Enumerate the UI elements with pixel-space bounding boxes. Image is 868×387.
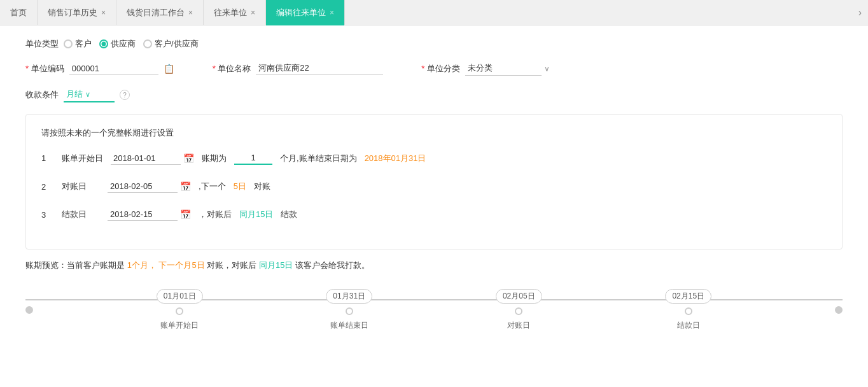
- unit-name-field: 单位名称: [213, 62, 384, 75]
- timeline: 01月01日 账单开始日 01月31日 账单结束日 02月05日 对账日 02月…: [25, 284, 843, 331]
- radio-customer-label: 客户: [75, 38, 92, 50]
- period-row-3: 3 结款日 📅 ，对账后 同月15日 结款: [41, 208, 827, 221]
- payment-condition-select[interactable]: 月结 ∨: [64, 87, 115, 102]
- period-label-2: 对账日: [62, 181, 100, 192]
- payment-date-input[interactable]: [108, 208, 178, 221]
- unit-category-display[interactable]: 未分类: [465, 61, 542, 76]
- date-input-wrap-2: 📅: [108, 180, 191, 193]
- period-num-3: 3: [41, 210, 54, 220]
- account-start-date-input[interactable]: [111, 152, 181, 165]
- preview-part1: 1个月，: [127, 260, 157, 270]
- help-icon[interactable]: ?: [120, 90, 130, 100]
- period-row-1: 1 账单开始日 📅 账期为 个月,账单结束日期为 2018年01月31日: [41, 151, 827, 165]
- unit-code-input[interactable]: [69, 62, 158, 75]
- timeline-line-container: 01月01日 账单开始日 01月31日 账单结束日 02月05日 对账日 02月…: [25, 289, 843, 331]
- payment-chevron-icon: ∨: [85, 90, 90, 99]
- radio-circle-customer: [64, 39, 73, 48]
- close-tab-sales[interactable]: ×: [101, 8, 106, 17]
- date-input-wrap-3: 📅: [108, 208, 191, 221]
- unit-name-input[interactable]: [256, 62, 383, 75]
- main-content: 单位类型 客户 供应商 客户/供应商 单位编码 📋: [0, 25, 868, 387]
- tab-cash-reconciliation[interactable]: 钱货日清工作台 ×: [116, 0, 204, 25]
- calendar-icon-3[interactable]: 📅: [180, 209, 191, 220]
- tl-endpoint-right: [835, 306, 843, 314]
- period-end-date-highlight: 2018年01月31日: [365, 153, 426, 164]
- tl-node-2: 01月31日 账单结束日: [326, 289, 372, 331]
- close-tab-partner[interactable]: ×: [251, 8, 255, 17]
- radio-both[interactable]: 客户/供应商: [143, 38, 199, 50]
- tl-node-3: 02月05日 对账日: [496, 289, 542, 331]
- tabs-bar: 首页 销售订单历史 × 钱货日清工作台 × 往来单位 × 编辑往来单位 × ›: [0, 0, 868, 25]
- period-desc-1: 账期为: [202, 153, 227, 164]
- period-desc-3a: ，对账后: [199, 209, 232, 220]
- unit-code-label: 单位编码: [25, 63, 64, 74]
- tl-endpoint-left: [25, 306, 33, 314]
- calendar-icon-2[interactable]: 📅: [180, 181, 191, 192]
- tab-edit-partner[interactable]: 编辑往来单位 ×: [266, 0, 345, 25]
- period-desc-3b: 同月15日: [239, 209, 273, 220]
- unit-code-icon[interactable]: 📋: [164, 64, 174, 74]
- unit-name-label: 单位名称: [213, 63, 251, 74]
- period-settings-title: 请按照未来的一个完整帐期进行设置: [41, 127, 827, 139]
- unit-category-select-wrapper: 未分类 ∨: [465, 61, 550, 76]
- timeline-nodes: 01月01日 账单开始日 01月31日 账单结束日 02月05日 对账日 02月…: [25, 289, 843, 331]
- tab-partner-units[interactable]: 往来单位 ×: [204, 0, 266, 25]
- chevron-down-icon[interactable]: ∨: [544, 64, 550, 73]
- radio-supplier-label: 供应商: [111, 38, 136, 50]
- radio-circle-both: [143, 39, 152, 48]
- close-tab-cash[interactable]: ×: [188, 8, 193, 17]
- radio-circle-supplier: [99, 39, 108, 48]
- period-num-1: 1: [41, 153, 54, 163]
- preview-text: 账期预览：当前客户账期是 1个月， 下一个月5日 对账，对账后 同月15日 该客…: [25, 260, 843, 271]
- period-desc-2a: ,下一个: [199, 181, 226, 192]
- unit-type-label: 单位类型: [25, 38, 59, 50]
- tl-node-1: 01月01日 账单开始日: [157, 289, 203, 331]
- tl-desc-1: 账单开始日: [160, 320, 199, 331]
- period-num-2: 2: [41, 182, 54, 192]
- payment-condition-row: 收款条件 月结 ∨ ?: [25, 87, 843, 102]
- preview-part2: 下一个月5日: [158, 260, 204, 270]
- payment-condition-label: 收款条件: [25, 89, 59, 101]
- period-desc-3c: 结款: [281, 209, 297, 220]
- tab-more-button[interactable]: ›: [852, 7, 868, 18]
- date-input-wrap-1: 📅: [111, 152, 194, 165]
- tl-date-2: 01月31日: [326, 289, 372, 304]
- radio-supplier[interactable]: 供应商: [99, 38, 136, 50]
- preview-label: 账期预览：当前客户账期是: [25, 260, 125, 270]
- tl-dot-right: [835, 306, 843, 314]
- tl-dot-3: [515, 307, 522, 315]
- period-month-input[interactable]: [234, 151, 272, 165]
- radio-both-label: 客户/供应商: [155, 38, 199, 50]
- reconciliation-date-input[interactable]: [108, 180, 178, 193]
- unit-code-field: 单位编码 📋: [25, 62, 174, 75]
- tl-date-4: 02月15日: [665, 289, 711, 304]
- period-desc-2c: 对账: [254, 181, 270, 192]
- close-tab-edit-partner[interactable]: ×: [330, 8, 334, 17]
- tl-dot-left: [25, 306, 33, 314]
- tab-sales-order-history[interactable]: 销售订单历史 ×: [38, 0, 116, 25]
- tl-node-4: 02月15日 结款日: [665, 289, 711, 331]
- payment-condition-field: 收款条件 月结 ∨ ?: [25, 87, 130, 102]
- calendar-icon-1[interactable]: 📅: [183, 153, 194, 164]
- period-desc-1b: 个月,账单结束日期为: [280, 153, 357, 164]
- period-label-1: 账单开始日: [62, 153, 103, 164]
- tab-home[interactable]: 首页: [0, 0, 38, 25]
- period-label-3: 结款日: [62, 209, 100, 220]
- tl-date-3: 02月05日: [496, 289, 542, 304]
- unit-type-row: 单位类型 客户 供应商 客户/供应商: [25, 38, 843, 50]
- unit-info-row: 单位编码 📋 单位名称 单位分类 未分类 ∨: [25, 61, 843, 76]
- tl-dot-1: [176, 307, 183, 315]
- unit-type-field: 单位类型 客户 供应商 客户/供应商: [25, 38, 199, 50]
- preview-part5: 该客户会给我打款。: [295, 260, 370, 270]
- preview-part3: 对账，对账后: [207, 260, 256, 270]
- tl-date-1: 01月01日: [157, 289, 203, 304]
- tl-desc-3: 对账日: [507, 320, 530, 331]
- radio-customer[interactable]: 客户: [64, 38, 92, 50]
- tl-desc-4: 结款日: [677, 320, 700, 331]
- period-row-2: 2 对账日 📅 ,下一个 5日 对账: [41, 180, 827, 193]
- tl-dot-2: [346, 307, 353, 315]
- period-desc-2b: 5日: [234, 181, 246, 192]
- payment-condition-value: 月结: [66, 88, 83, 100]
- preview-part4: 同月15日: [259, 260, 293, 270]
- period-settings-box: 请按照未来的一个完整帐期进行设置 1 账单开始日 📅 账期为 个月,账单结束日期…: [25, 114, 843, 250]
